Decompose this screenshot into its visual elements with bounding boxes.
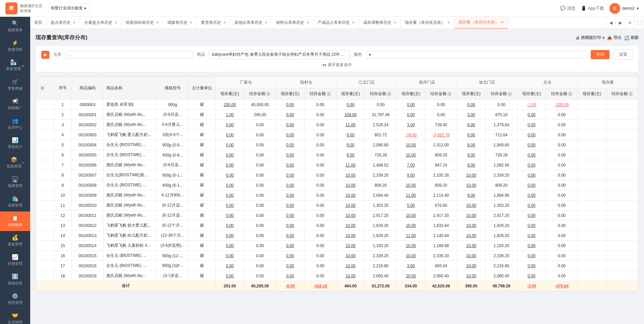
- row-settings: [36, 120, 54, 130]
- tab-cost-adjust-history[interactable]: 成本调整单历史 ✕: [359, 17, 401, 29]
- tab-portion-history[interactable]: 分量盘点单历史 ✕: [80, 17, 122, 29]
- message-btn[interactable]: 💬 消息: [560, 5, 576, 11]
- total-na-amt: 42,620.08: [425, 281, 457, 291]
- row-lyc-stock: 0.00: [276, 120, 305, 130]
- export-btn[interactable]: 📤 导出: [607, 35, 622, 41]
- row-cjc-stock: 0.00: [216, 251, 244, 261]
- tab-close-all-btn[interactable]: ✕: [625, 17, 635, 29]
- row-all-amt: [606, 130, 638, 140]
- sidebar-item-basics[interactable]: ℹ️ 基础信息: [0, 270, 30, 289]
- total-zc-amt: -470.64: [546, 281, 578, 291]
- sidebar-item-members[interactable]: 👥 会员中心: [0, 114, 30, 134]
- expand-btn[interactable]: ▾▾ 展开更多条件: [322, 62, 352, 68]
- row-zc-amt: 0.00: [546, 271, 578, 281]
- account-selector[interactable]: 母婴行业演示账套 ▾: [48, 4, 89, 13]
- row-name: 合生元 (BIOSTIME) ...: [104, 180, 157, 190]
- row-unit: 罐: [188, 130, 216, 140]
- tab-close-icon[interactable]: ✕: [114, 20, 117, 25]
- refresh-btn[interactable]: 🔄 刷新: [624, 35, 639, 41]
- row-settings: [36, 110, 54, 120]
- sidebar-item-wholesale[interactable]: 📦 批发管理 ▾: [0, 153, 30, 173]
- sidebar-item-search[interactable]: 🔍 搜索英单: [0, 17, 30, 36]
- table-row: 7 00100006 惠氏启赋 (Wyeth illu... (0-6月适...…: [36, 160, 638, 170]
- tab-stock-status[interactable]: 现存量（库存状况表） ✕: [401, 17, 454, 29]
- tab-next-btn[interactable]: ▶: [616, 17, 625, 29]
- tab-close-icon[interactable]: ✕: [265, 20, 268, 25]
- product-input[interactable]: babycare孕妇待产包 春季入院全套母子组合孕妇产后冬季月子用品 22件套 …: [209, 50, 350, 59]
- row-jb-stock: 10.00: [336, 170, 365, 180]
- tab-order-history[interactable]: 要货单历史 ✕: [197, 17, 230, 29]
- row-na-stock: 5.00: [397, 200, 425, 211]
- row-yb-amt: 1,183.20: [485, 241, 517, 251]
- row-yb-stock: 10.00: [457, 170, 486, 180]
- sidebar-item-operations[interactable]: 📈 经营管理: [0, 250, 30, 270]
- print-btn[interactable]: 🖨 按模版打印 ▾: [576, 35, 604, 41]
- tab-stock-distribution[interactable]: 现存量（库存分布表） ✕: [454, 17, 508, 29]
- user-area[interactable]: E demo2 ▾: [609, 3, 639, 14]
- row-code: 00100004: [71, 140, 103, 150]
- sidebar-item-ecommerce[interactable]: 🖥️ 电商管理: [0, 173, 30, 192]
- sidebar-item-system[interactable]: ⚙️ 系统管理: [0, 289, 30, 309]
- row-cjc-stock: 0.00: [216, 211, 244, 221]
- row-cjc-amt: 0.00: [244, 221, 276, 231]
- tab-assembly-history[interactable]: 组装拆卸单历史 ✕: [122, 17, 163, 29]
- tab-material-out-history[interactable]: 材料出库单历史 ✕: [272, 17, 314, 29]
- row-cjc-stock: 0.00: [216, 200, 244, 211]
- info-icon[interactable]: i: [326, 92, 331, 96]
- tab-transfer-history[interactable]: 调拨单历史 ✕: [163, 17, 197, 29]
- info-icon[interactable]: i: [507, 92, 512, 96]
- tab-close-icon[interactable]: ✕: [306, 20, 309, 25]
- sidebar-item-collab[interactable]: 🤝 企业协同: [0, 309, 30, 324]
- info-icon[interactable]: i: [387, 92, 391, 96]
- tab-fullscreen-btn[interactable]: ⛶: [635, 17, 644, 29]
- row-unit: 罐: [188, 140, 216, 150]
- sidebar-item-finance[interactable]: 💰 资金管理: [0, 231, 30, 250]
- row-code: 00100011: [71, 211, 103, 221]
- row-jb-stock: 10.00: [336, 251, 365, 261]
- row-jb-stock: 10.00: [336, 200, 365, 211]
- app-download-btn[interactable]: 📱 App下载: [581, 5, 604, 11]
- column-settings-icon[interactable]: ⚙: [39, 85, 46, 92]
- marketing-icon: 📢: [12, 98, 18, 104]
- tab-close-icon[interactable]: ✕: [352, 20, 355, 25]
- row-jb-amt: 1,353.20: [365, 200, 396, 211]
- sidebar-item-marketing[interactable]: 📢 营销推广: [0, 95, 30, 114]
- sidebar-item-retail-stats[interactable]: 📊 零售统计: [0, 134, 30, 153]
- search-btn[interactable]: 查询: [591, 50, 609, 59]
- tab-prev-btn[interactable]: ◀: [606, 17, 616, 29]
- row-jb-amt: 2,528.24: [365, 120, 396, 130]
- row-yb-stock: 0.00: [457, 100, 486, 110]
- info-icon[interactable]: i: [628, 92, 633, 96]
- tab-close-icon[interactable]: ✕: [393, 20, 396, 25]
- tab-close-icon[interactable]: ✕: [447, 20, 450, 25]
- tab-close-icon[interactable]: ✕: [223, 20, 226, 25]
- setting-btn[interactable]: 设置: [613, 50, 633, 59]
- info-icon[interactable]: i: [266, 92, 271, 96]
- tab-close-icon[interactable]: ✕: [190, 20, 193, 25]
- tab-other-out-history[interactable]: 其他出库单历史 ✕: [230, 17, 272, 29]
- row-all-stock: [578, 221, 606, 231]
- row-all-amt: [606, 200, 638, 211]
- color-input[interactable]: ▾: [366, 51, 587, 59]
- tab-close-icon[interactable]: ✕: [501, 20, 504, 25]
- row-code: 00100016: [71, 261, 103, 271]
- tab-close-icon[interactable]: ✕: [73, 20, 76, 25]
- row-cjc-amt: 0.00: [244, 261, 276, 271]
- filter-collapse-btn[interactable]: ▶: [41, 51, 49, 59]
- info-icon[interactable]: i: [447, 92, 452, 96]
- col-code-header: 商品编码: [71, 77, 103, 100]
- sidebar-item-purchase[interactable]: 🛍️ 采购管理: [0, 192, 30, 212]
- sidebar-item-nav[interactable]: ⚡ 快捷导航: [0, 36, 30, 56]
- tab-product-in-history[interactable]: 产成品入库单历史 ✕: [314, 17, 359, 29]
- warehouse-input[interactable]: ...: [65, 51, 193, 59]
- sidebar-item-mall[interactable]: 🛒 零售商城: [0, 75, 30, 95]
- sidebar-item-retail-mgmt[interactable]: 🏪 零售管理 ▲: [0, 56, 30, 75]
- tab-home[interactable]: 首页: [30, 17, 47, 29]
- row-code: 00100013: [71, 231, 103, 241]
- tab-inventory-history[interactable]: 盘点单历史 ✕: [47, 17, 80, 29]
- sidebar-item-inventory[interactable]: 📋 库存核算: [0, 212, 30, 231]
- product-label: 商品: [197, 52, 205, 57]
- tab-close-icon[interactable]: ✕: [156, 20, 159, 25]
- table-row: 14 00100013 飞鹤星飞帆 幼儿配方奶... (12-36个月... 罐…: [36, 231, 638, 241]
- info-icon[interactable]: i: [568, 92, 573, 96]
